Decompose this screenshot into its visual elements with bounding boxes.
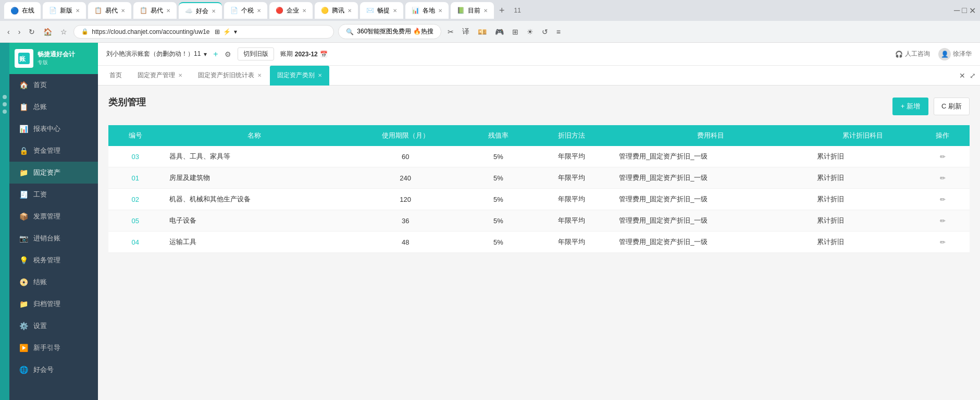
tab-close-icon[interactable]: ✕ [166,8,170,14]
edit-button[interactable]: ✏ [940,217,946,225]
tab-close-icon[interactable]: ✕ [348,8,352,14]
user-avatar-section[interactable]: 👤 徐泽华 [938,48,972,60]
forward-button[interactable]: › [16,26,23,38]
edit-button[interactable]: ✏ [940,196,946,203]
tab-close-icon[interactable]: ✕ [318,72,322,78]
tab-close-icon[interactable]: ✕ [483,8,488,14]
browser-tab-10[interactable]: 📗 目前 ✕ [451,2,494,19]
browser-tab-8[interactable]: ✉️ 畅提 ✕ [360,2,403,19]
grid-button[interactable]: ⊞ [510,26,520,38]
settings-button[interactable]: ⚙ [225,50,231,58]
sidebar-item-ledger[interactable]: 📋 总账 [9,96,98,118]
cell-accum: 累计折旧 [810,189,915,210]
tab-label: 易代 [105,6,118,15]
translate-button[interactable]: 译 [460,25,472,39]
tab-home[interactable]: 首页 [102,66,129,86]
table-row: 05 电子设备 36 5% 年限平均 管理费用_固定资产折旧_一级 累计折旧 ✏ [108,210,970,232]
game-button[interactable]: 🎮 [493,26,506,38]
dropdown-icon[interactable]: ▾ [204,51,207,58]
tab-depreciation-report[interactable]: 固定资产折旧统计表 ✕ [191,66,269,86]
undo-button[interactable]: ↺ [540,26,550,38]
switch-version-button[interactable]: 切到旧版 [238,47,274,60]
sun-button[interactable]: ☀ [525,26,536,38]
help-section[interactable]: 🎧 人工咨询 [895,50,930,58]
menu-button[interactable]: ≡ [554,26,563,38]
tab-close-icon[interactable]: ✕ [393,8,397,14]
tab-close-icon[interactable]: ✕ [212,8,216,14]
sidebar-item-invoices[interactable]: 📦 发票管理 [9,205,98,227]
new-tab-button[interactable]: + [496,5,508,16]
sidebar-item-archive[interactable]: 📁 归档管理 [9,293,98,315]
sidebar-item-account[interactable]: 🌐 好会号 [9,359,98,381]
sidebar-item-guide[interactable]: ▶️ 新手引导 [9,337,98,359]
restore-window-button[interactable]: ⤢ [970,71,976,80]
edit-button[interactable]: ✏ [940,238,946,246]
bookmark-button[interactable]: ☆ [58,26,69,38]
tab-close-icon[interactable]: ✕ [257,72,262,78]
add-button[interactable]: + 新增 [892,98,928,115]
avatar: 👤 [938,48,951,60]
sidebar-item-funds[interactable]: 🔒 资金管理 [9,140,98,162]
minimize-button[interactable]: ─ [954,6,960,15]
sidebar-item-tax[interactable]: 💡 税务管理 [9,249,98,271]
reload-button[interactable]: ↻ [27,26,37,38]
browser-tab-6[interactable]: 🔴 企业 ✕ [269,2,313,19]
col-header-rate: 残值率 [465,125,531,146]
browser-tab-5[interactable]: 📄 个税 ✕ [224,2,267,19]
lock-icon: 🔒 [81,28,89,35]
tab-fixed-assets-mgmt[interactable]: 固定资产管理 ✕ [130,66,190,86]
edit-button[interactable]: ✏ [940,174,946,182]
cell-name: 房屋及建筑物 [162,167,346,189]
cell-rate: 5% [465,146,531,167]
browser-tab-0[interactable]: 🔵 在线 [4,2,41,19]
wallet-button[interactable]: 💴 [476,26,489,38]
table-row: 03 器具、工具、家具等 60 5% 年限平均 管理费用_固定资产折旧_一级 累… [108,146,970,167]
back-button[interactable]: ‹ [5,26,12,38]
sidebar-item-fixed-assets[interactable]: 📁 固定资产 [9,162,98,184]
calendar-icon[interactable]: 📅 [320,51,328,58]
close-button[interactable]: ✕ [969,6,976,16]
add-account-button[interactable]: + [213,50,218,59]
sidebar-item-reports[interactable]: 📊 报表中心 [9,118,98,140]
browser-tab-9[interactable]: 📊 各地 ✕ [405,2,449,19]
sidebar-item-settings[interactable]: ⚙️ 设置 [9,315,98,337]
tab-close-icon[interactable]: ✕ [178,72,182,78]
tab-close-icon[interactable]: ✕ [121,8,125,14]
sidebar-item-home[interactable]: 🏠 首页 [9,74,98,96]
sidebar-item-payroll[interactable]: 🧾 工资 [9,184,98,205]
edge-dot [3,110,7,114]
tab-list-button[interactable]: 11 [512,7,523,14]
sidebar-item-label: 工资 [33,190,47,199]
tab-close-icon[interactable]: ✕ [438,8,442,14]
browser-tab-3[interactable]: 📋 易代 ✕ [133,2,177,19]
cell-method: 年限平均 [532,232,612,253]
cell-rate: 5% [465,167,531,189]
sidebar-item-label: 设置 [33,321,47,331]
scissors-button[interactable]: ✂ [445,26,456,38]
browser-tab-1[interactable]: 📄 新版 ✕ [43,2,86,19]
sidebar-item-sales[interactable]: 📷 进销台账 [9,227,98,249]
cell-method: 年限平均 [532,189,612,210]
search-bar[interactable]: 🔍 360智能抠图免费用 🔥热搜 [338,24,441,39]
browser-tab-7[interactable]: 🟡 腾讯 ✕ [315,2,358,19]
cell-expense: 管理费用_固定资产折旧_一级 [612,232,810,253]
tab-close-icon[interactable]: ✕ [76,8,80,14]
address-bar[interactable]: 🔒 https://cloud.chanjet.com/accounting/u… [73,25,334,39]
refresh-button[interactable]: C 刷新 [934,98,970,115]
sidebar-item-closing[interactable]: 📀 结账 [9,271,98,293]
tab-close-icon[interactable]: ✕ [257,8,261,14]
cell-name: 电子设备 [162,210,346,232]
cell-period: 60 [346,146,465,167]
maximize-button[interactable]: □ [962,6,967,15]
tab-close-icon[interactable]: ✕ [302,8,306,14]
sidebar-item-label: 总账 [33,102,47,112]
browser-tab-2[interactable]: 📋 易代 ✕ [88,2,131,19]
edge-dot [3,95,7,99]
tab-asset-category[interactable]: 固定资产类别 ✕ [270,66,329,86]
close-window-button[interactable]: ✕ [959,71,965,80]
edit-button[interactable]: ✏ [940,153,946,161]
col-header-method: 折旧方法 [532,125,612,146]
browser-tab-4[interactable]: ☁️ 好会 ✕ [179,2,222,19]
home-button[interactable]: 🏠 [41,26,54,38]
col-header-expense: 费用科目 [612,125,810,146]
